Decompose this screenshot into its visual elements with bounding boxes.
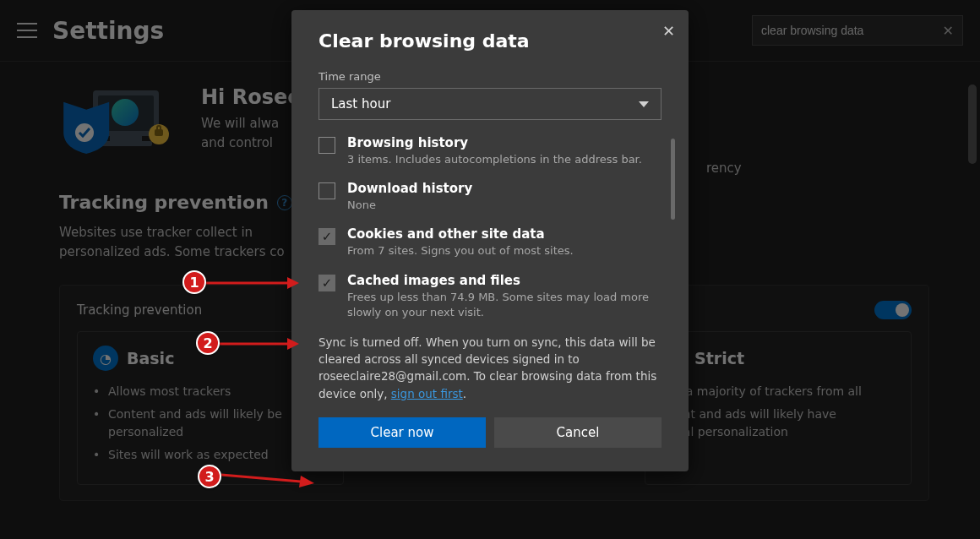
dialog-title: Clear browsing data (318, 30, 662, 52)
time-range-select[interactable]: Last hour (318, 88, 662, 120)
data-type-row: Cached images and files Frees up less th… (318, 273, 662, 320)
checkbox-browsing-history[interactable] (318, 137, 335, 154)
annotation-badge-1: 1 (182, 270, 206, 294)
tracking-toggle[interactable] (874, 301, 912, 319)
svg-point-4 (112, 99, 139, 126)
scrollbar[interactable] (671, 139, 675, 220)
clear-now-button[interactable]: Clear now (318, 417, 486, 448)
search-box[interactable]: ✕ (752, 15, 963, 46)
annotation-badge-2: 2 (196, 331, 220, 355)
checkbox-cached[interactable] (318, 275, 335, 291)
sign-out-link[interactable]: sign out first (391, 387, 463, 400)
menu-icon[interactable] (17, 23, 37, 38)
svg-rect-3 (100, 141, 152, 146)
chevron-down-icon (639, 101, 649, 107)
annotation-badge-3: 3 (198, 465, 221, 488)
close-icon[interactable]: ✕ (659, 19, 678, 43)
data-type-row: Browsing history 3 items. Includes autoc… (318, 135, 662, 167)
annotation-arrow-2 (220, 335, 299, 352)
list-item: s a majority of trackers from all (672, 383, 896, 400)
list-item: ent and ads will likely have nal persona… (672, 406, 896, 441)
tracking-card-title: Tracking prevention (77, 302, 202, 318)
greeting-sub1: We will alwa (201, 116, 279, 131)
time-range-label: Time range (318, 70, 662, 83)
annotation-arrow-3 (221, 466, 314, 488)
cancel-button[interactable]: Cancel (494, 417, 662, 448)
page-title: Settings (52, 17, 164, 45)
clear-search-icon[interactable]: ✕ (943, 23, 954, 39)
checkbox-download-history[interactable] (318, 182, 335, 199)
svg-marker-14 (299, 476, 314, 487)
svg-line-13 (221, 475, 301, 482)
svg-rect-2 (110, 136, 142, 141)
svg-marker-10 (287, 277, 299, 289)
tracking-desc1: Websites use tracker collect in (59, 225, 253, 240)
basic-icon: ◔ (93, 346, 118, 371)
svg-marker-12 (287, 338, 299, 350)
search-input[interactable] (761, 24, 943, 37)
greeting-sub2: and control (201, 133, 301, 153)
data-type-row: Download history None (318, 181, 662, 213)
annotation-arrow-1 (206, 275, 299, 291)
sync-note: Sync is turned off. When you turn on syn… (318, 334, 662, 402)
profile-illustration (59, 85, 177, 161)
checkbox-cookies[interactable] (318, 228, 335, 245)
greeting: Hi Rosee (201, 85, 301, 109)
help-icon[interactable]: ? (277, 195, 292, 210)
clear-browsing-data-dialog: ✕ Clear browsing data Time range Last ho… (291, 10, 689, 471)
data-type-row: Cookies and other site data From 7 sites… (318, 226, 662, 259)
